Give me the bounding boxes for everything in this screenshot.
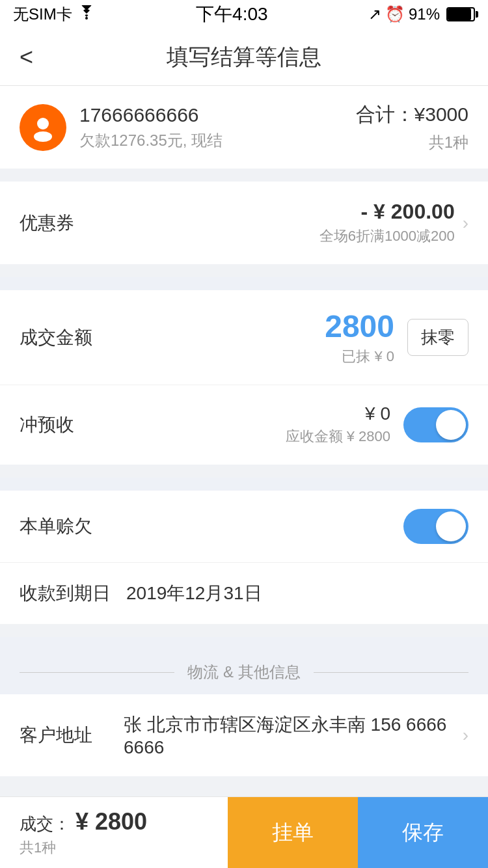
status-bar: 无SIM卡 下午4:03 ↗ ⏰ 91% [0,0,488,29]
status-left: 无SIM卡 [13,4,96,25]
debit-toggle[interactable] [403,509,468,544]
footer-deal-label: 成交： [20,813,70,835]
carrier-label: 无SIM卡 [13,4,72,25]
footer: 成交： ¥ 2800 共1种 挂单 保存 [0,796,488,868]
logistics-line-left [20,672,174,673]
debit-row: 本单赊欠 [0,491,488,563]
battery-icon [446,7,475,21]
coupon-label: 优惠券 [20,211,111,236]
due-date-value: 2019年12月31日 [126,581,262,606]
svg-point-0 [85,17,88,20]
hold-button[interactable]: 挂单 [228,797,358,869]
footer-summary: 成交： ¥ 2800 共1种 [0,808,228,858]
user-total: 合计：¥3000 共1种 [356,102,468,153]
prepay-receivable: 应收金额 ¥ 2800 [286,427,390,446]
user-card: 17666666666 欠款1276.35元, 现结 合计：¥3000 共1种 [0,86,488,169]
coupon-content: - ¥ 200.00 全场6折满1000减200 › [111,200,468,246]
alarm-icon: ⏰ [385,5,405,23]
divider-3 [0,637,488,650]
save-button[interactable]: 保存 [358,797,488,869]
nav-bar: < 填写结算等信息 [0,29,488,86]
status-time: 下午4:03 [196,2,268,27]
deal-amount-label: 成交金额 [20,325,111,350]
wifi-icon [77,5,96,23]
coupon-section: 优惠券 - ¥ 200.00 全场6折满1000减200 › [0,182,488,264]
logistics-line-right [314,672,468,673]
toggle-knob [436,410,466,440]
coupon-row[interactable]: 优惠券 - ¥ 200.00 全场6折满1000减200 › [0,182,488,264]
prepay-right: ¥ 0 应收金额 ¥ 2800 [286,403,390,446]
location-icon: ↗ [368,5,381,23]
debit-label: 本单赊欠 [20,514,111,539]
status-right: ↗ ⏰ 91% [368,5,475,23]
avatar [20,104,66,151]
prepay-toggle[interactable] [403,407,468,442]
divider-2 [0,478,488,491]
svg-point-2 [34,131,52,142]
coupon-desc: 全场6折满1000减200 [319,226,455,246]
back-button[interactable]: < [20,44,33,71]
address-row[interactable]: 客户地址 张 北京市市辖区海淀区永丰南 156 6666 6666 › [0,694,488,776]
address-section: 客户地址 张 北京市市辖区海淀区永丰南 156 6666 6666 › [0,694,488,776]
address-content: 张 北京市市辖区海淀区永丰南 156 6666 6666 [111,712,455,758]
round-zero-button[interactable]: 抹零 [407,319,468,356]
deal-section: 成交金额 2800 已抹 ¥ 0 抹零 冲预收 ¥ 0 应收金额 ¥ 2800 [0,290,488,465]
prepay-amount: ¥ 0 [286,403,390,424]
user-phone: 17666666666 [79,104,356,126]
due-date-label: 收款到期日 [20,581,111,606]
footer-count: 共1种 [20,838,208,858]
address-chevron-icon: › [463,725,468,746]
deal-amount-value: 2800 [325,308,394,344]
total-count: 共1种 [356,132,468,153]
footer-amount: ¥ 2800 [75,808,147,835]
user-info: 17666666666 欠款1276.35元, 现结 [79,104,356,151]
debit-section: 本单赊欠 收款到期日 2019年12月31日 [0,491,488,624]
battery-percent: 91% [409,5,440,23]
page-title: 填写结算等信息 [167,42,321,72]
deal-amount-col: 2800 已抹 ¥ 0 [325,308,394,366]
logistics-text: 物流 & 其他信息 [187,662,300,683]
debit-toggle-knob [436,511,466,541]
prepay-label: 冲预收 [20,413,111,437]
debit-content [111,509,468,544]
coupon-info: - ¥ 200.00 全场6折满1000减200 [319,200,455,246]
chevron-right-icon: › [463,213,468,234]
total-amount: 合计：¥3000 [356,102,468,128]
due-date-row: 收款到期日 2019年12月31日 [0,563,488,624]
deal-amount-row: 成交金额 2800 已抹 ¥ 0 抹零 [0,290,488,385]
already-wiped: 已抹 ¥ 0 [325,347,394,366]
user-debt: 欠款1276.35元, 现结 [79,130,356,151]
content: 17666666666 欠款1276.35元, 现结 合计：¥3000 共1种 … [0,86,488,868]
prepay-content: ¥ 0 应收金额 ¥ 2800 [111,403,468,446]
svg-point-1 [37,118,49,129]
deal-amount-content: 2800 已抹 ¥ 0 抹零 [111,308,468,366]
coupon-discount-amount: - ¥ 200.00 [319,200,455,224]
address-label: 客户地址 [20,723,111,748]
divider-1 [0,277,488,290]
prepay-row: 冲预收 ¥ 0 应收金额 ¥ 2800 [0,385,488,465]
logistics-header: 物流 & 其他信息 [0,650,488,694]
